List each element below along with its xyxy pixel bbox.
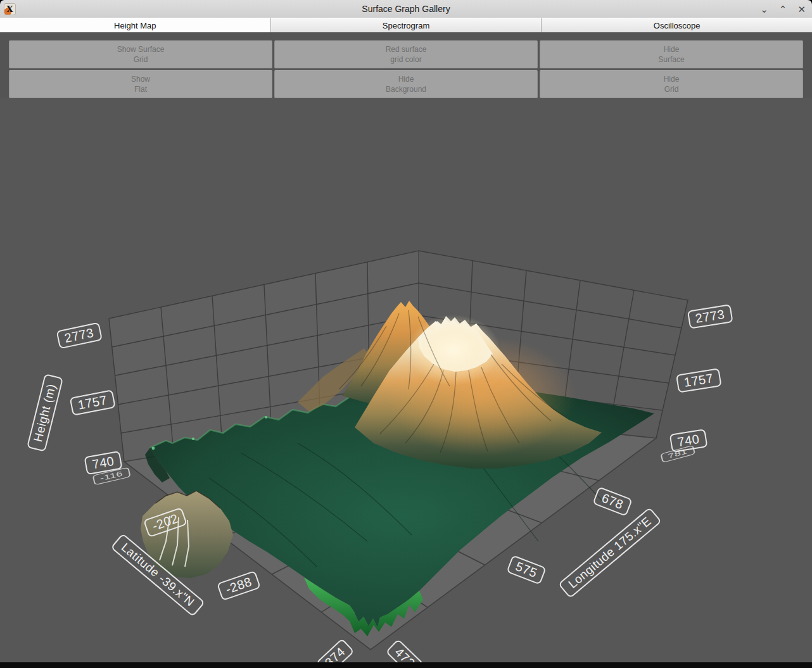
control-button-panel: Show Surface Grid Red surface grid color… — [0, 32, 812, 98]
maximize-icon[interactable]: ⌃ — [779, 4, 787, 14]
button-label: Flat — [134, 84, 147, 94]
hide-background-button[interactable]: Hide Background — [274, 70, 538, 98]
surface-grid-color-button[interactable]: Red surface grid color — [274, 41, 538, 68]
tab-bar: Height Map Spectrogram Oscilloscope — [0, 18, 812, 32]
button-label: Grid — [664, 84, 679, 94]
button-label: Surface — [658, 54, 684, 65]
window-bottom-edge — [0, 662, 812, 668]
button-label: Grid — [134, 54, 148, 65]
tab-spectrogram[interactable]: Spectrogram — [271, 18, 542, 32]
button-label: Hide — [664, 74, 680, 84]
minimize-icon[interactable]: ⌄ — [760, 4, 768, 14]
button-label: Show Surface — [117, 44, 165, 54]
button-label: Show — [131, 74, 150, 84]
title-bar[interactable]: X Surface Graph Gallery ⌄ ⌃ ✕ — [0, 0, 812, 18]
surface-plot — [0, 98, 812, 662]
show-flat-button[interactable]: Show Flat — [9, 70, 272, 98]
window-title: Surface Graph Gallery — [0, 4, 812, 14]
application-window: X Surface Graph Gallery ⌄ ⌃ ✕ Height Map… — [0, 0, 812, 668]
tab-oscilloscope[interactable]: Oscilloscope — [542, 18, 812, 32]
hide-grid-button[interactable]: Hide Grid — [540, 70, 803, 98]
button-label: grid color — [390, 54, 421, 65]
button-label: Hide — [664, 44, 680, 54]
surface-3d-viewport[interactable] — [0, 98, 812, 662]
tab-height-map[interactable]: Height Map — [0, 18, 271, 32]
show-surface-grid-button[interactable]: Show Surface Grid — [9, 41, 272, 68]
snow-glow — [407, 315, 500, 386]
close-icon[interactable]: ✕ — [797, 4, 806, 14]
button-label: Hide — [398, 74, 414, 84]
button-label: Red surface — [386, 44, 427, 54]
button-label: Background — [386, 84, 426, 94]
hide-surface-button[interactable]: Hide Surface — [540, 41, 803, 68]
